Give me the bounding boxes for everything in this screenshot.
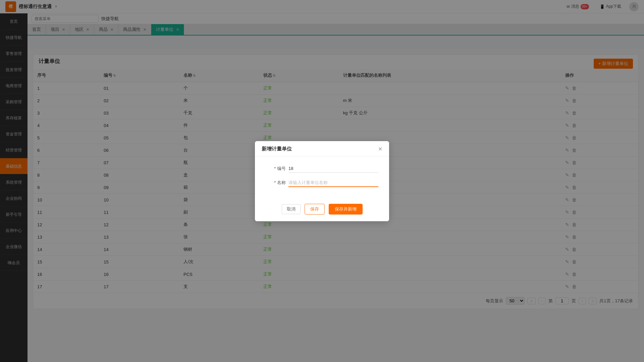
modal-header: 新增计量单位 ✕ — [255, 141, 389, 157]
code-label: * 编号 — [266, 166, 286, 172]
save-and-add-btn[interactable]: 保存并新增 — [329, 204, 363, 215]
code-input[interactable] — [288, 165, 378, 173]
cancel-btn[interactable]: 取消 — [282, 204, 301, 214]
name-label: * 名称 — [266, 180, 286, 186]
save-btn[interactable]: 保存 — [305, 204, 325, 215]
modal-body: * 编号 * 名称 — [255, 157, 389, 198]
form-row-name: * 名称 — [266, 179, 378, 187]
form-row-code: * 编号 — [266, 165, 378, 173]
modal-title: 新增计量单位 — [262, 146, 292, 152]
add-unit-modal: 新增计量单位 ✕ * 编号 * 名称 取消 保存 保存并新增 — [255, 141, 389, 221]
name-input[interactable] — [288, 179, 378, 187]
modal-close-btn[interactable]: ✕ — [378, 146, 382, 152]
modal-overlay: 新增计量单位 ✕ * 编号 * 名称 取消 保存 保存并新增 — [0, 0, 644, 362]
modal-footer: 取消 保存 保存并新增 — [255, 198, 389, 221]
